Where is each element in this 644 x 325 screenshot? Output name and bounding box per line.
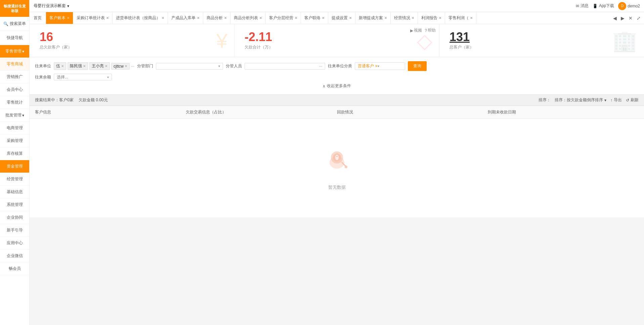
tag-chen-close[interactable]: ✕ bbox=[83, 64, 86, 68]
tab-operations[interactable]: 经营情况 ✕ bbox=[391, 12, 418, 24]
topbar-left: 母婴行业演示帐套 ▾ bbox=[34, 3, 69, 9]
unit-category-close[interactable]: ✕ bbox=[375, 64, 378, 68]
sidebar-item-system-mgmt[interactable]: 系统管理 bbox=[0, 198, 29, 211]
sidebar-item-new-guide[interactable]: 新手引导 bbox=[0, 224, 29, 237]
sidebar-item-finance[interactable]: 资金管理 bbox=[0, 160, 29, 173]
tag-wu-close[interactable]: ✕ bbox=[61, 64, 64, 68]
tab-close-contact[interactable]: ✕ bbox=[322, 16, 325, 20]
sidebar-search-section[interactable]: 🔍 搜索菜单 bbox=[0, 17, 29, 31]
sort-dropdown[interactable]: 排序：按欠款金额倒序排序 ▾ bbox=[555, 97, 606, 103]
unit-category-wrap[interactable]: 普通客户 ✕ ▾ bbox=[355, 62, 405, 70]
search-menu-button[interactable]: 🔍 搜索菜单 bbox=[2, 20, 27, 28]
svg-point-3 bbox=[335, 155, 339, 160]
filter-tag-more[interactable]: ··· bbox=[131, 64, 134, 69]
tag-wang-close[interactable]: ✕ bbox=[105, 64, 108, 68]
tabs-bar: 首页 客户账本 ✕ 采购订单统计表 ✕ 进货单统计表（按商品） ✕ 产成品入库单… bbox=[30, 12, 644, 24]
dept-filter-input-wrap[interactable]: ▾ bbox=[156, 63, 223, 70]
person-filter-wrap[interactable]: ··· bbox=[245, 63, 325, 70]
refresh-button[interactable]: ↺ 刷新 bbox=[626, 97, 639, 103]
sidebar-item-retail-mall[interactable]: 零售商城 bbox=[0, 58, 29, 71]
sidebar-item-ecommerce[interactable]: 电商管理 bbox=[0, 122, 29, 135]
results-info: 搜索结果中：客户0家 欠款金额 0.00元 bbox=[35, 97, 108, 103]
total-customers-label: 总客户（家） bbox=[449, 44, 474, 50]
sidebar-item-basic-info[interactable]: 基础信息 bbox=[0, 186, 29, 198]
tab-purchase-order-stats[interactable]: 采购订单统计表 ✕ bbox=[73, 12, 113, 24]
tab-retail-profit[interactable]: 零售利润（ ✕ bbox=[445, 12, 476, 24]
tab-close-product-list[interactable]: ✕ bbox=[259, 16, 262, 20]
help-link[interactable]: ? 帮助 bbox=[425, 28, 436, 33]
app-subtitle: 标版 bbox=[11, 8, 18, 13]
tag-wu-text: 伍 bbox=[56, 63, 60, 69]
dept-dropdown-arrow: ▾ bbox=[218, 64, 220, 68]
tab-customer-contact[interactable]: 客户联络 ✕ bbox=[301, 12, 328, 24]
filter-tag-wang: 王小亮 ✕ bbox=[89, 62, 110, 70]
tab-close-incoming[interactable]: ✕ bbox=[162, 16, 164, 20]
tab-profit-report[interactable]: 利润报告 ✕ bbox=[418, 12, 445, 24]
results-bar: 搜索结果中：客户0家 欠款金额 0.00元 排序： 排序：按欠款金额倒序排序 ▾… bbox=[30, 95, 644, 106]
tab-product-analysis[interactable]: 商品分析 ✕ bbox=[203, 12, 230, 24]
message-icon: ✉ bbox=[576, 4, 579, 8]
sidebar-item-enterprise-wechat[interactable]: 企业微信 bbox=[0, 250, 29, 262]
filter-tag-cjttcw: cjttcw ✕ bbox=[111, 63, 130, 70]
sidebar-item-wholesale-mgmt[interactable]: 批发管理 ▾ bbox=[0, 109, 29, 122]
sidebar: 畅捷通好生意 标版 🔍 搜索菜单 快捷导航 零售管理 ▾ 零售商城 营销推广 会… bbox=[0, 0, 30, 325]
export-button[interactable]: ↑ 导出 bbox=[610, 97, 622, 103]
account-dropdown[interactable]: 母婴行业演示帐套 ▾ bbox=[34, 3, 69, 9]
sidebar-item-operations-mgmt[interactable]: 经营管理 bbox=[0, 173, 29, 186]
person-filter-dots[interactable]: ··· bbox=[319, 64, 322, 69]
message-button[interactable]: ✉ 消息 bbox=[576, 3, 589, 9]
sidebar-item-purchase-mgmt[interactable]: 采购管理 bbox=[0, 135, 29, 147]
video-link[interactable]: ▶ 视频 bbox=[410, 28, 422, 33]
sidebar-item-marketing[interactable]: 营销推广 bbox=[0, 71, 29, 83]
app-download-button[interactable]: 📱 App下载 bbox=[593, 3, 614, 9]
debt-amount-value: -2.11 bbox=[245, 31, 272, 43]
tab-close-purchase[interactable]: ✕ bbox=[106, 16, 109, 20]
tab-close-produce[interactable]: ✕ bbox=[197, 16, 200, 20]
sidebar-item-app-center[interactable]: 应用中心 bbox=[0, 237, 29, 250]
tab-close-new-promotion[interactable]: ✕ bbox=[384, 16, 387, 20]
stat-card-total-customers: 🏢 131 总客户（家） bbox=[439, 24, 644, 57]
tag-cjttcw-close[interactable]: ✕ bbox=[125, 64, 127, 68]
table-col-customer-info: 客户信息 bbox=[35, 109, 186, 115]
tab-new-promotion[interactable]: 新增提成方案 ✕ bbox=[355, 12, 391, 24]
tab-product-analysis-list[interactable]: 商品分析列表 ✕ bbox=[230, 12, 266, 24]
tabs-close-all[interactable]: ✕ bbox=[627, 15, 634, 22]
query-button[interactable]: 查询 bbox=[408, 61, 427, 71]
tag-wang-text: 王小亮 bbox=[92, 63, 104, 69]
tab-close-promotion[interactable]: ✕ bbox=[349, 16, 352, 20]
tab-close-segment[interactable]: ✕ bbox=[295, 16, 297, 20]
tag-chen-text: 陈民强 bbox=[70, 63, 82, 69]
quick-nav-section[interactable]: 快捷导航 bbox=[0, 31, 29, 45]
tab-close-retail-profit[interactable]: ✕ bbox=[470, 16, 473, 20]
sidebar-item-retail-mgmt[interactable]: 零售管理 ▾ bbox=[0, 45, 29, 58]
sidebar-item-enterprise-collab[interactable]: 企业协同 bbox=[0, 211, 29, 224]
sidebar-item-inventory[interactable]: 库存核算 bbox=[0, 147, 29, 160]
collapse-button[interactable]: ∧ 收起更多条件 bbox=[35, 83, 639, 89]
tab-incoming-stats[interactable]: 进货单统计表（按商品） ✕ bbox=[113, 12, 168, 24]
unit-category-tag: 普通客户 ✕ bbox=[358, 63, 378, 69]
tab-customer-ledger[interactable]: 客户账本 ✕ bbox=[46, 12, 73, 24]
tabs-maximize[interactable]: ⤢ bbox=[635, 15, 642, 22]
tabs-scroll-left[interactable]: ◀ bbox=[612, 15, 618, 22]
sidebar-item-retail-stats[interactable]: 零售统计 bbox=[0, 96, 29, 109]
empty-icon bbox=[324, 146, 350, 179]
sidebar-item-member-center[interactable]: 会员中心 bbox=[0, 83, 29, 96]
tabs-actions: ◀ ▶ ✕ ⤢ bbox=[610, 15, 644, 22]
tabs-scroll-right[interactable]: ▶ bbox=[619, 15, 626, 22]
tab-home[interactable]: 首页 bbox=[30, 12, 46, 24]
tab-customer-segment[interactable]: 客户分层经营 ✕ bbox=[266, 12, 301, 24]
tab-close-product[interactable]: ✕ bbox=[224, 16, 227, 20]
tab-produce-instock[interactable]: 产成品入库单 ✕ bbox=[168, 12, 203, 24]
tab-close-operations[interactable]: ✕ bbox=[412, 16, 414, 20]
dept-filter-input[interactable] bbox=[159, 64, 218, 69]
quick-nav-button[interactable]: 快捷导航 bbox=[2, 34, 27, 42]
tab-close-customer-ledger[interactable]: ✕ bbox=[67, 16, 70, 20]
tab-promotion-settings[interactable]: 提成设置 ✕ bbox=[328, 12, 355, 24]
user-profile[interactable]: D demo2 bbox=[618, 2, 640, 10]
sidebar-item-vip-member[interactable]: 畅会员 bbox=[0, 262, 29, 275]
filter-tag-wu: 伍 ✕ bbox=[54, 62, 66, 70]
balance-filter-wrap[interactable]: ▾ bbox=[54, 74, 112, 80]
person-filter-label: 分管人员 bbox=[226, 63, 242, 69]
tab-close-profit[interactable]: ✕ bbox=[439, 16, 441, 20]
balance-filter-input[interactable] bbox=[57, 75, 107, 79]
